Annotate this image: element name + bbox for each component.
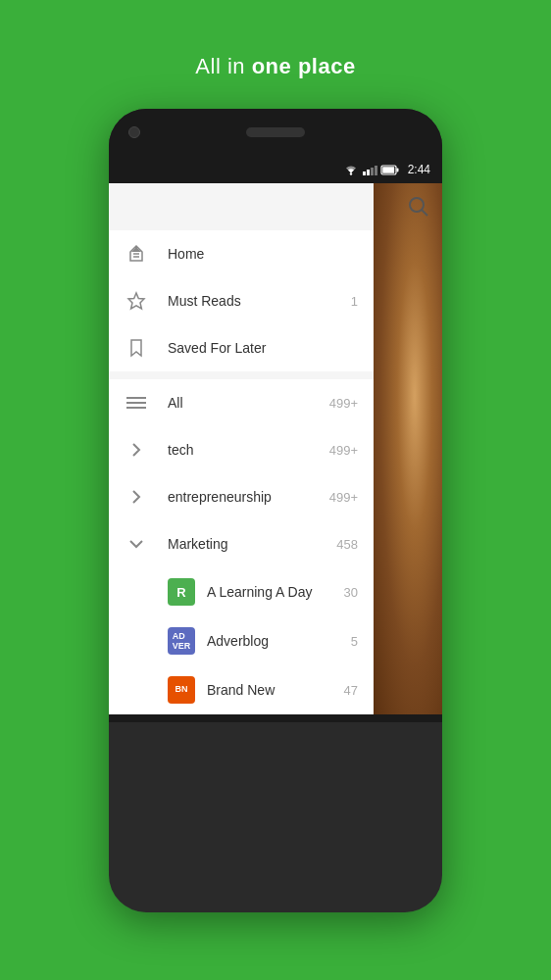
front-camera: [128, 126, 140, 138]
svg-rect-6: [396, 168, 398, 172]
sidebar-item-home[interactable]: Home: [109, 230, 374, 277]
search-button[interactable]: [395, 183, 442, 230]
chevron-down-icon: [125, 532, 148, 556]
marketing-badge: 458: [336, 537, 358, 552]
svg-rect-1: [363, 172, 366, 175]
wifi-icon: [344, 165, 358, 175]
page-header: All in one place: [195, 54, 355, 79]
svg-point-12: [410, 198, 424, 212]
brand-new-label: Brand New: [207, 682, 344, 698]
status-bar: 2:44: [109, 156, 442, 183]
app-content: Home Must Reads 1: [109, 183, 442, 714]
sidebar-item-a-learning[interactable]: R A Learning A Day 30: [109, 567, 374, 616]
entrepreneurship-label: entrepreneurship: [168, 489, 329, 505]
feedly-icon: [125, 242, 148, 266]
search-icon: [408, 196, 429, 218]
header-bold: one place: [252, 54, 356, 78]
battery-icon: [381, 165, 399, 175]
tech-badge: 499+: [329, 443, 358, 458]
svg-rect-4: [375, 166, 377, 175]
adverblog-label: Adverblog: [207, 633, 351, 649]
marketing-label: Marketing: [168, 536, 336, 552]
all-badge: 499+: [329, 396, 358, 411]
svg-line-13: [422, 210, 427, 216]
a-learning-badge: 30: [344, 585, 358, 600]
svg-point-0: [349, 172, 351, 174]
sidebar-item-entrepreneurship[interactable]: entrepreneurship 499+: [109, 473, 374, 520]
chevron-right-icon-tech: [125, 438, 148, 462]
svg-rect-3: [371, 168, 374, 175]
must-reads-badge: 1: [351, 294, 358, 309]
sidebar-item-adverblog[interactable]: ADVER Adverblog 5: [109, 616, 374, 665]
status-time: 2:44: [408, 163, 430, 176]
saved-label: Saved For Later: [168, 340, 358, 356]
sidebar-item-brand-new[interactable]: BN Brand New 47: [109, 665, 374, 714]
phone-speaker: [246, 127, 305, 137]
star-icon: [125, 289, 148, 313]
adverblog-badge: 5: [351, 634, 358, 649]
phone-frame: 2:44 Home: [109, 109, 442, 912]
adverblog-icon: ADVER: [168, 627, 195, 655]
must-reads-label: Must Reads: [168, 293, 351, 309]
sidebar: Home Must Reads 1: [109, 183, 374, 714]
sidebar-item-must-reads[interactable]: Must Reads 1: [109, 277, 374, 324]
menu-icon: [125, 391, 148, 415]
signal-icon: [363, 165, 376, 175]
brand-new-icon: BN: [168, 676, 195, 704]
sidebar-divider-1: [109, 371, 374, 379]
all-label: All: [168, 395, 329, 411]
svg-rect-2: [367, 170, 370, 175]
food-background: [374, 183, 442, 714]
sidebar-item-marketing[interactable]: Marketing 458: [109, 520, 374, 567]
bookmark-icon: [125, 336, 148, 360]
chevron-right-icon-entrepr: [125, 485, 148, 509]
phone-top-bar: [109, 109, 442, 156]
tech-label: tech: [168, 442, 329, 458]
svg-rect-7: [382, 167, 394, 173]
a-learning-label: A Learning A Day: [207, 584, 344, 600]
entrepreneurship-badge: 499+: [329, 490, 358, 505]
right-panel: [374, 183, 442, 714]
sidebar-spacer: [109, 183, 374, 230]
sidebar-item-saved[interactable]: Saved For Later: [109, 324, 374, 371]
phone-bottom-bar: [109, 714, 442, 722]
sidebar-item-tech[interactable]: tech 499+: [109, 426, 374, 473]
a-learning-icon: R: [168, 578, 195, 606]
home-label: Home: [168, 246, 358, 262]
sidebar-item-all[interactable]: All 499+: [109, 379, 374, 426]
brand-new-badge: 47: [344, 683, 358, 698]
